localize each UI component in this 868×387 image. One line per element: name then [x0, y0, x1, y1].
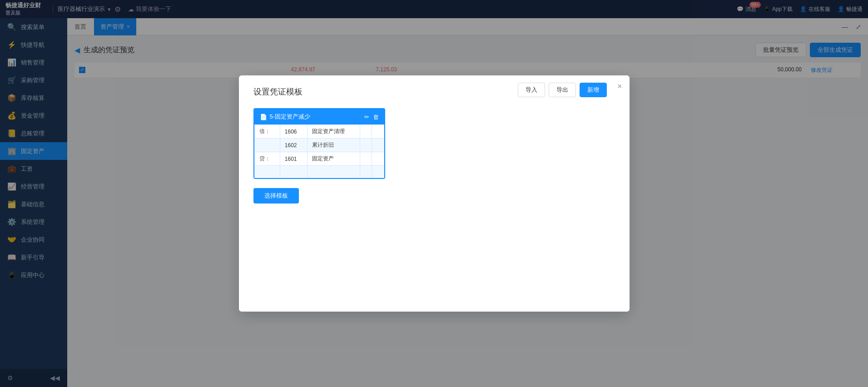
new-template-button[interactable]: 新增	[580, 83, 607, 97]
template-cell-name: 累计折旧	[307, 139, 360, 152]
import-button[interactable]: 导入	[518, 83, 545, 97]
template-cell-debit	[360, 152, 372, 166]
modal-close-button[interactable]: ×	[617, 82, 622, 91]
export-button[interactable]: 导出	[549, 83, 576, 97]
template-cell-side: 借：	[254, 125, 280, 139]
template-cell-debit	[360, 139, 372, 152]
template-card: 📄 5-固定资产减少 ✏ 🗑	[253, 108, 385, 179]
template-entries-table: 借： 1606 固定资产清理 1602	[254, 124, 384, 178]
template-edit-icon[interactable]: ✏	[364, 114, 369, 120]
template-cell-name: 固定资产清理	[307, 125, 360, 139]
template-doc-icon: 📄	[260, 114, 267, 120]
template-cell-side	[254, 139, 280, 152]
template-cell-code: 1606	[280, 125, 307, 139]
template-actions: ✏ 🗑	[364, 114, 379, 120]
template-cell-credit	[372, 125, 384, 139]
select-template-button[interactable]: 选择模板	[253, 188, 299, 203]
template-cell-empty	[360, 166, 372, 178]
template-delete-icon[interactable]: 🗑	[373, 114, 379, 120]
template-cell-name: 固定资产	[307, 152, 360, 166]
template-cell-side: 贷：	[254, 152, 280, 166]
modal-overlay: 设置凭证模板 导入 导出 新增 ×	[67, 35, 868, 387]
template-card-header: 📄 5-固定资产减少 ✏ 🗑	[254, 109, 384, 124]
template-cell-credit	[372, 152, 384, 166]
modal-action-buttons: 导入 导出 新增	[518, 83, 607, 97]
page-content: ◀ 生成的凭证预览 批量凭证预览 全部生成凭证 ✓	[67, 35, 868, 387]
template-title: 📄 5-固定资产减少	[260, 113, 311, 121]
template-cell-empty	[372, 166, 384, 178]
template-cell-code: 1602	[280, 139, 307, 152]
template-row	[254, 166, 384, 178]
template-cell-empty	[307, 166, 360, 178]
template-cell-credit	[372, 139, 384, 152]
content-area: 首页 资产管理 × — ⤢ ◀ 生成的凭证预览	[67, 18, 868, 387]
template-cell-debit	[360, 125, 372, 139]
template-cell-empty	[280, 166, 307, 178]
modal-set-template: 设置凭证模板 导入 导出 新增 ×	[239, 75, 630, 312]
template-row: 贷： 1601 固定资产	[254, 152, 384, 166]
template-cell-empty	[254, 166, 280, 178]
template-cell-code: 1601	[280, 152, 307, 166]
template-row: 1602 累计折旧	[254, 139, 384, 152]
template-row: 借： 1606 固定资产清理	[254, 125, 384, 139]
